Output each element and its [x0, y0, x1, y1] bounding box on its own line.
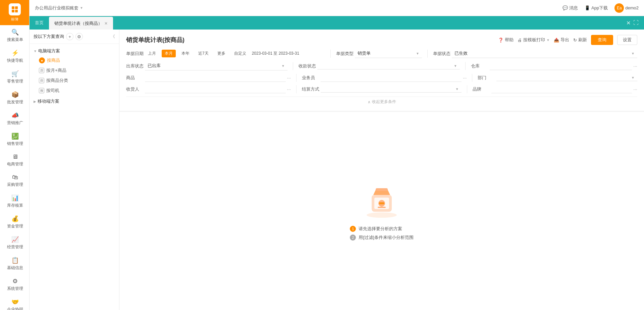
scheme-item-by-goods-label: 按商品: [47, 57, 60, 63]
scheme-item-by-driver[interactable]: 按 按司机: [30, 86, 119, 96]
payment-status-select[interactable]: ▼: [317, 63, 460, 69]
payment-method-select[interactable]: ▼: [321, 86, 462, 93]
collapse-panel-btn[interactable]: 《: [111, 34, 115, 40]
sidebar-label-8: 库存核算: [7, 203, 23, 208]
content-area: 按以下方案查询 + ⚙ 《 ▼ 电脑端方案 ● 按商品 历 按月+商品: [30, 30, 644, 310]
goods-dots[interactable]: ···: [287, 75, 291, 81]
doc-status-arrow: ▼: [631, 52, 635, 55]
app-download-btn[interactable]: 📱 App下载: [585, 5, 608, 11]
tip-text-1: 请先选择要分析的方案: [359, 226, 402, 232]
tab-close-icon[interactable]: ✕: [104, 21, 108, 26]
print-btn[interactable]: 🖨 按模板打印 ▼: [518, 37, 550, 43]
sidebar-item-9[interactable]: 💰资金管理: [0, 212, 29, 232]
divider-2: [427, 50, 428, 58]
recipient-dots[interactable]: ···: [287, 87, 291, 92]
recipient-label: 收货人: [126, 86, 145, 92]
date-7days[interactable]: 近7天: [195, 50, 212, 57]
svg-rect-0: [12, 6, 14, 9]
scheme-group-mobile[interactable]: ▶ 移动端方案: [30, 97, 119, 106]
salesperson-input[interactable]: [321, 74, 462, 82]
sidebar-item-7[interactable]: 🛍采购管理: [0, 170, 29, 191]
recipient-input[interactable]: [145, 85, 286, 93]
collapse-conditions-btn[interactable]: ∧ 收起更多条件: [126, 97, 637, 107]
sidebar-item-11[interactable]: 📋基础信息: [0, 253, 29, 274]
scheme-item-by-month-goods-label: 按月+商品: [46, 67, 66, 73]
message-btn[interactable]: 💬 消息: [562, 5, 578, 11]
scheme-item-by-goods[interactable]: ● 按商品: [30, 55, 119, 65]
export-icon: 📤: [554, 38, 559, 43]
salesperson-dots[interactable]: ···: [463, 75, 467, 81]
department-label: 部门: [478, 75, 496, 81]
sidebar-icon-1: ⚡: [11, 49, 19, 57]
sidebar-item-6[interactable]: 🖥电商管理: [0, 150, 29, 170]
date-more[interactable]: 更多: [214, 50, 228, 57]
scheme-item-by-month-goods[interactable]: 历 按月+商品: [30, 65, 119, 75]
page-actions: ❓ 帮助 🖨 按模板打印 ▼ 📤 导出 ↻ 刷新: [498, 35, 637, 45]
sidebar-icon-8: 📊: [11, 194, 19, 202]
date-this-year[interactable]: 本年: [178, 50, 193, 57]
user-name: demo2: [625, 5, 639, 10]
tip-num-2: 2: [350, 235, 356, 241]
sidebar-item-8[interactable]: 📊库存核算: [0, 191, 29, 212]
payment-method-arrow: ▼: [455, 87, 459, 91]
sidebar-icon-4: 📣: [11, 112, 19, 119]
refresh-btn[interactable]: ↻ 刷新: [573, 37, 587, 43]
brand-dots[interactable]: ···: [633, 87, 637, 92]
logo-text: 标簿: [11, 17, 18, 22]
tab-close-all-icon[interactable]: ✕: [626, 20, 631, 26]
scheme-group-desktop[interactable]: ▼ 电脑端方案: [30, 47, 119, 55]
filter-row-3: 商品 ··· 业务员 ··· 部门 ▼: [126, 74, 637, 82]
date-last-month[interactable]: 上月: [145, 50, 159, 57]
payment-status-label: 收款状态: [299, 63, 317, 69]
sidebar-item-5[interactable]: 💹销售管理: [0, 129, 29, 150]
sidebar-item-12[interactable]: ⚙系统管理: [0, 274, 29, 295]
sidebar-item-4[interactable]: 📣营销推广: [0, 108, 29, 129]
industry-selector[interactable]: 办公用品行业模拟账套 ▼: [35, 5, 83, 11]
scheme-item-by-category[interactable]: 归 按商品分类: [30, 75, 119, 86]
filter-row-4: 收货人 ··· 结算方式 ▼ 品牌 ···: [126, 85, 637, 93]
help-icon: ❓: [498, 38, 503, 43]
sidebar-icon-9: 💰: [11, 215, 19, 222]
date-this-month[interactable]: 本月: [162, 50, 176, 57]
tab-expand-icon[interactable]: ⛶: [633, 20, 639, 26]
sidebar-label-5: 销售管理: [7, 141, 23, 147]
sidebar-icon-7: 🛍: [12, 174, 18, 181]
brand-input[interactable]: [491, 85, 632, 93]
sidebar-item-0[interactable]: 🔍搜索菜单: [0, 25, 29, 46]
doc-status-select[interactable]: 已生效 ▼: [452, 49, 637, 58]
doc-type-select[interactable]: 销货单 ▼: [355, 49, 422, 58]
goods-input[interactable]: [145, 74, 286, 82]
payment-method-label: 结算方式: [302, 86, 321, 92]
sidebar-item-1[interactable]: ⚡快捷导航: [0, 46, 29, 67]
sidebar-item-10[interactable]: 📈经营管理: [0, 232, 29, 253]
settings-button[interactable]: 设置: [617, 35, 637, 45]
tab-home[interactable]: 首页: [30, 16, 49, 30]
divider-7: [296, 85, 297, 93]
divider-4: [465, 62, 466, 70]
date-custom[interactable]: 自定义: [231, 50, 249, 57]
avatar: Ea: [614, 3, 624, 13]
salesperson-label: 业务员: [302, 75, 321, 81]
settings-scheme-btn[interactable]: ⚙: [75, 33, 83, 40]
expand-icon: ▼: [34, 49, 37, 53]
sidebar-item-13[interactable]: 🤝企业协同: [0, 295, 29, 310]
help-btn[interactable]: ❓ 帮助: [498, 37, 514, 43]
sidebar-icon-12: ⚙: [12, 277, 18, 285]
department-select[interactable]: ▼: [496, 74, 637, 81]
warehouse-input[interactable]: [490, 62, 632, 70]
sidebar-icon-3: 📦: [11, 91, 19, 98]
sidebar-icon-6: 🖥: [12, 153, 18, 160]
user-menu[interactable]: Ea demo2: [614, 3, 639, 13]
sidebar-item-3[interactable]: 📦批发管理: [0, 88, 29, 108]
tab-sales-stats[interactable]: 销货单统计表（按商品） ✕: [49, 17, 113, 30]
add-scheme-btn[interactable]: +: [66, 33, 73, 40]
sidebar-nav: 🔍搜索菜单⚡快捷导航🛒零售管理📦批发管理📣营销推广💹销售管理🖥电商管理🛍采购管理…: [0, 25, 29, 310]
industry-dropdown-icon: ▼: [80, 6, 83, 10]
export-btn[interactable]: 📤 导出: [554, 37, 569, 43]
warehouse-status-select[interactable]: 已出库 ▼: [145, 61, 287, 70]
tab-home-label: 首页: [35, 20, 44, 26]
warehouse-label: 仓库: [471, 63, 490, 69]
sidebar-item-2[interactable]: 🛒零售管理: [0, 67, 29, 88]
query-button[interactable]: 查询: [591, 35, 613, 45]
warehouse-dots[interactable]: ···: [633, 63, 637, 69]
